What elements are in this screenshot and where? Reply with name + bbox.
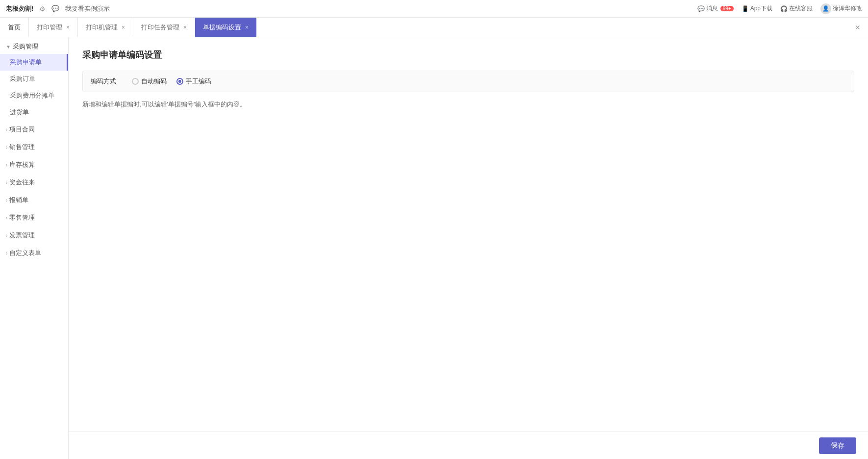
sidebar: ▼ 采购管理 采购申请单 采购订单 采购费用分摊单 进货单 › 项目合同 › 销… [0,37,69,459]
app-download-label: App下载 [750,4,772,13]
avatar-icon: 👤 [820,3,831,14]
app-logo: 老板勿割! [6,4,33,13]
auto-code-radio-circle [132,78,139,85]
sidebar-item-purchase-order[interactable]: 采购订单 [0,71,68,87]
tab-printer-management[interactable]: 打印机管理 × [78,18,133,37]
tab-print-task-label: 打印任务管理 [141,23,179,32]
announcement-text[interactable]: 我要看实例演示 [65,4,110,13]
manual-code-radio[interactable]: 手工编码 [176,77,211,86]
app-download-button[interactable]: 📱 App下载 [742,4,772,13]
arrow-sales: › [6,145,7,150]
tab-printer-management-close[interactable]: × [122,25,125,30]
arrow-project-contract: › [6,127,7,132]
top-bar-right: 💬 消息 99+ 📱 App下载 🎧 在线客服 👤 徐泽华修改 [697,3,862,14]
content-inner: 采购申请单编码设置 编码方式 自动编码 手工编码 [69,37,868,432]
tab-printer-management-label: 打印机管理 [86,23,118,32]
settings-icon[interactable]: ⚙ [39,5,46,13]
manual-code-radio-circle [176,78,183,85]
sidebar-item-purchase-request[interactable]: 采购申请单 [0,54,68,71]
arrow-invoice: › [6,233,7,238]
announcement-icon: 💬 [51,5,59,12]
tab-home-label: 首页 [8,23,21,32]
sidebar-group-finance[interactable]: › 资金往来 [0,174,68,191]
arrow-finance: › [6,180,7,185]
app-download-icon: 📱 [742,5,749,12]
close-all-tabs-button[interactable]: × [847,18,868,36]
sidebar-group-invoice[interactable]: › 发票管理 [0,227,68,244]
sidebar-item-purchase-expense[interactable]: 采购费用分摊单 [0,87,68,104]
tab-code-settings[interactable]: 单据编码设置 × [195,18,257,37]
coding-mode-radio-group: 自动编码 手工编码 [132,77,211,86]
arrow-retail: › [6,215,7,221]
message-icon: 💬 [697,5,705,12]
sidebar-group-purchase[interactable]: ▼ 采购管理 [0,37,68,54]
info-text: 新增和编辑单据编时,可以编辑'单据编号'输入框中的内容。 [82,100,854,109]
coding-mode-label: 编码方式 [91,77,120,86]
main-layout: ▼ 采购管理 采购申请单 采购订单 采购费用分摊单 进货单 › 项目合同 › 销… [0,37,868,459]
message-badge: 99+ [720,6,734,11]
arrow-inventory: › [6,162,7,168]
sidebar-group-expense-report[interactable]: › 报销单 [0,191,68,209]
arrow-expense-report: › [6,198,7,203]
page-title: 采购申请单编码设置 [82,49,854,61]
tab-bar: 首页 打印管理 × 打印机管理 × 打印任务管理 × 单据编码设置 × × [0,18,868,37]
save-button[interactable]: 保存 [819,437,856,454]
auto-code-label: 自动编码 [141,77,167,86]
tab-home[interactable]: 首页 [0,18,29,37]
user-avatar[interactable]: 👤 徐泽华修改 [820,3,862,14]
message-label: 消息 [706,4,718,13]
auto-code-radio[interactable]: 自动编码 [132,77,167,86]
sidebar-group-custom-form[interactable]: › 自定义表单 [0,244,68,262]
tab-code-settings-close[interactable]: × [245,25,248,30]
top-bar: 老板勿割! ⚙ 💬 我要看实例演示 💬 消息 99+ 📱 App下载 🎧 在线客… [0,0,868,18]
tab-code-settings-label: 单据编码设置 [203,23,241,32]
collapse-arrow-purchase: ▼ [6,44,11,50]
message-button[interactable]: 💬 消息 99+ [697,4,734,13]
coding-section: 编码方式 自动编码 手工编码 [82,71,854,92]
sidebar-group-project-contract[interactable]: › 项目合同 [0,121,68,138]
sidebar-group-purchase-label: 采购管理 [13,42,38,51]
arrow-custom-form: › [6,251,7,256]
coding-row: 编码方式 自动编码 手工编码 [91,77,846,86]
headset-icon: 🎧 [780,5,788,12]
tab-print-management-label: 打印管理 [37,23,62,32]
sidebar-group-retail[interactable]: › 零售管理 [0,209,68,227]
customer-service-button[interactable]: 🎧 在线客服 [780,4,813,13]
sidebar-group-inventory[interactable]: › 库存核算 [0,156,68,174]
manual-code-label: 手工编码 [186,77,211,86]
top-bar-left: 老板勿割! ⚙ 💬 我要看实例演示 [6,4,110,13]
tab-print-task-close[interactable]: × [183,25,187,30]
customer-service-label: 在线客服 [789,4,813,13]
tab-print-management-close[interactable]: × [66,25,70,30]
tab-print-task[interactable]: 打印任务管理 × [133,18,195,37]
content-footer: 保存 [69,432,868,459]
sidebar-group-sales[interactable]: › 销售管理 [0,138,68,156]
sidebar-item-goods-receipt[interactable]: 进货单 [0,104,68,121]
tab-print-management[interactable]: 打印管理 × [29,18,78,37]
content-area: 采购申请单编码设置 编码方式 自动编码 手工编码 [69,37,868,459]
user-name: 徐泽华修改 [833,4,862,13]
